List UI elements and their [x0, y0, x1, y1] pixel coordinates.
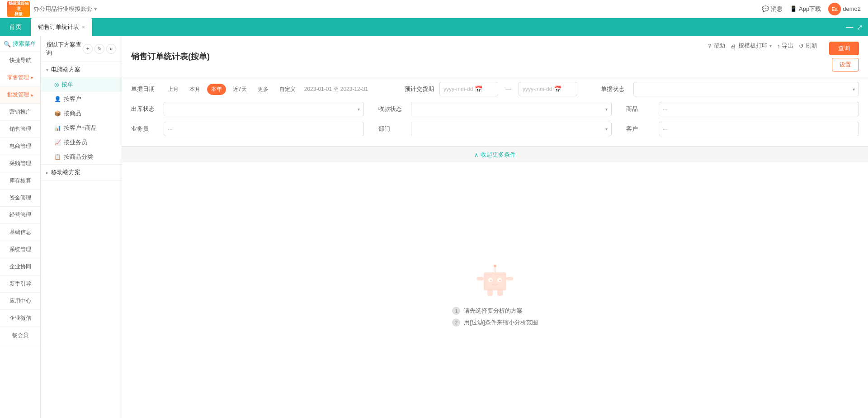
sidebar-inventory-label: 库存核算	[9, 177, 31, 184]
shortcut-custom[interactable]: 自定义	[275, 84, 300, 95]
sidebar: 🔍 搜索菜单 快捷导航 零售管理 ▾ 批发管理 ▴ 营销推广 销售管理 电商管理…	[0, 36, 41, 418]
export-btn[interactable]: ↑ 导出	[777, 42, 794, 50]
help-icon: ?	[708, 43, 711, 49]
sidebar-item-enterprise-wechat[interactable]: 企业微信	[0, 310, 40, 327]
sidebar-search[interactable]: 🔍 搜索菜单	[0, 36, 40, 52]
sidebar-basic-label: 基础信息	[9, 229, 31, 235]
scheme-group-pc: ▾ 电脑端方案 ◎ 按单 👤 按客户 📦 按商品 📊	[41, 62, 122, 165]
add-scheme-btn[interactable]: +	[83, 44, 93, 54]
tab-home[interactable]: 首页	[0, 18, 31, 36]
customer-select[interactable]: ···	[659, 122, 859, 136]
chevron-up-icon: ▴	[31, 92, 33, 97]
scheme-group-mobile-header[interactable]: ▸ 移动端方案	[41, 165, 122, 180]
refresh-btn[interactable]: ↺ 刷新	[799, 42, 817, 50]
filter-row-people: 业务员 ··· 部门 ▾ 客户 ···	[131, 122, 859, 136]
sidebar-item-finance[interactable]: 资金管理	[0, 190, 40, 207]
left-panel: 按以下方案查询 + ✎ « ▾ 电脑端方案 ◎ 按单	[41, 36, 122, 418]
message-btn[interactable]: 💬 消息	[762, 5, 783, 13]
sidebar-item-enterprise[interactable]: 企业协同	[0, 258, 40, 276]
settings-button[interactable]: 设置	[832, 58, 859, 71]
sidebar-purchase-label: 采购管理	[9, 160, 31, 166]
delivery-date-end[interactable]: yyyy-mm-dd 📅	[519, 82, 577, 96]
app-download-btn[interactable]: 📱 App下载	[790, 5, 821, 13]
tab-minimize-btn[interactable]: —	[846, 23, 853, 31]
sidebar-item-ecommerce[interactable]: 电商管理	[0, 138, 40, 155]
scheme-item-by-order[interactable]: ◎ 按单	[41, 77, 122, 92]
triangle-right-icon: ▸	[46, 170, 48, 175]
sidebar-item-quick-nav[interactable]: 快捷导航	[0, 52, 40, 69]
product-select[interactable]: ···	[659, 102, 859, 116]
scheme-group-pc-header[interactable]: ▾ 电脑端方案	[41, 62, 122, 77]
app-logo-text: 畅捷通好生意 标版	[7, 1, 30, 16]
scheme-customer-icon: 👤	[54, 96, 61, 102]
main-layout: 🔍 搜索菜单 快捷导航 零售管理 ▾ 批发管理 ▴ 营销推广 销售管理 电商管理…	[0, 36, 868, 418]
app-logo: 畅捷通好生意 标版	[7, 1, 30, 17]
customer-label: 客户	[626, 125, 653, 133]
calendar-start-icon[interactable]: 📅	[475, 86, 482, 93]
shortcut-more[interactable]: 更多	[254, 84, 273, 95]
svg-point-4	[490, 280, 492, 281]
user-profile[interactable]: Ea demo2	[828, 3, 861, 15]
scheme-prodcat-icon: 📋	[54, 154, 61, 160]
sidebar-item-member[interactable]: 畅会员	[0, 327, 40, 344]
export-label: 导出	[782, 42, 793, 50]
scheme-item-by-product-category[interactable]: 📋 按商品分类	[41, 150, 122, 164]
delivery-status-label: 出库状态	[131, 105, 158, 113]
sidebar-item-purchase[interactable]: 采购管理	[0, 155, 40, 172]
filter-row-date: 单据日期 上月 本月 本年 近7天 更多 自定义 2023-01-01 至 20…	[131, 82, 859, 96]
page-header-right: ? 帮助 🖨 按模板打印 ▾ ↑ 导出	[708, 42, 859, 71]
sidebar-item-app-center[interactable]: 应用中心	[0, 293, 40, 310]
sidebar-item-sales[interactable]: 销售管理	[0, 121, 40, 138]
collapse-panel-btn[interactable]: «	[106, 44, 116, 54]
salesperson-select[interactable]: ···	[164, 122, 364, 136]
tab-close-icon[interactable]: ×	[82, 24, 85, 30]
sidebar-item-wholesale[interactable]: 批发管理 ▴	[0, 86, 40, 104]
empty-state: 1 请先选择要分析的方案 2 用[过滤]条件来缩小分析范围	[122, 162, 868, 418]
sidebar-item-operations[interactable]: 经营管理	[0, 207, 40, 224]
scheme-item-by-customer[interactable]: 👤 按客户	[41, 92, 122, 106]
help-btn[interactable]: ? 帮助	[708, 42, 725, 50]
scheme-item-by-product[interactable]: 📦 按商品	[41, 106, 122, 121]
shortcut-last-month[interactable]: 上月	[164, 84, 183, 95]
query-button[interactable]: 查询	[829, 42, 859, 55]
sidebar-enterprisewechat-label: 企业微信	[9, 315, 31, 321]
empty-tip-1-text: 请先选择要分析的方案	[464, 307, 523, 315]
action-buttons: 查询 设置	[823, 42, 859, 71]
sidebar-item-system[interactable]: 系统管理	[0, 241, 40, 258]
shortcut-this-year[interactable]: 本年	[207, 84, 226, 95]
tab-maximize-btn[interactable]: ⤢	[857, 23, 863, 32]
sidebar-item-retail[interactable]: 零售管理 ▾	[0, 69, 40, 86]
expected-delivery-label: 预计交货期	[405, 85, 434, 93]
date-separator: —	[505, 86, 511, 93]
delivery-date-start[interactable]: yyyy-mm-dd 📅	[439, 82, 498, 96]
left-panel-title: 按以下方案查询	[46, 41, 83, 57]
calendar-end-icon[interactable]: 📅	[554, 86, 561, 93]
tab-active[interactable]: 销售订单统计表 ×	[31, 18, 92, 36]
salesperson-dots: ···	[168, 126, 173, 133]
user-name: demo2	[843, 5, 861, 12]
sidebar-item-inventory[interactable]: 库存核算	[0, 172, 40, 190]
sidebar-item-marketing[interactable]: 营销推广	[0, 104, 40, 121]
payment-status-select[interactable]: ▾	[411, 102, 611, 116]
top-bar-left: 畅捷通好生意 标版 办公用品行业模拟账套 ▾	[7, 1, 97, 17]
status-select[interactable]: ▾	[633, 82, 859, 96]
sidebar-item-newcomer[interactable]: 新手引导	[0, 276, 40, 293]
status-chevron-icon: ▾	[853, 87, 855, 92]
scheme-item-by-customer-product[interactable]: 📊 按客户+商品	[41, 121, 122, 135]
print-btn[interactable]: 🖨 按模板打印 ▾	[731, 42, 772, 50]
sidebar-system-label: 系统管理	[9, 246, 31, 252]
svg-rect-8	[477, 277, 484, 280]
scheme-item-by-salesperson[interactable]: 📈 按业务员	[41, 135, 122, 150]
dept-chevron-icon: ▾	[605, 127, 608, 132]
svg-rect-11	[497, 290, 503, 296]
print-icon: 🖨	[731, 43, 736, 49]
shortcut-this-month[interactable]: 本月	[185, 84, 204, 95]
collapse-bar[interactable]: ∧ 收起更多条件	[122, 147, 868, 162]
department-select[interactable]: ▾	[411, 122, 611, 136]
shortcut-last7days[interactable]: 近7天	[229, 84, 251, 95]
delivery-status-select[interactable]: ▾	[164, 102, 364, 116]
edit-scheme-btn[interactable]: ✎	[94, 44, 104, 54]
breadcrumb-text: 办公用品行业模拟账套	[33, 5, 92, 13]
sidebar-item-basic[interactable]: 基础信息	[0, 224, 40, 241]
svg-rect-10	[487, 290, 493, 296]
